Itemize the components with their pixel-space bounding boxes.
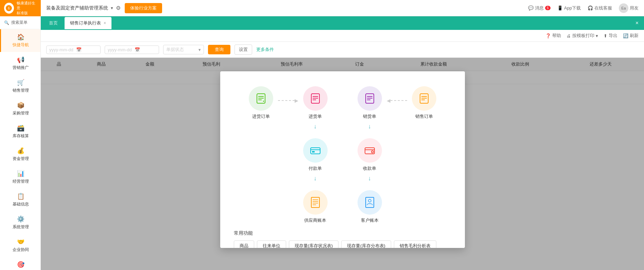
phone-icon: 📱	[557, 5, 563, 11]
help-button[interactable]: ❓ 帮助	[545, 33, 561, 39]
flow-sale-order[interactable]: 销售订单	[397, 82, 451, 134]
purchase-order-label: 进货订单	[252, 113, 270, 120]
arrow-left-1: ◀	[387, 98, 407, 103]
svg-text:6: 6	[8, 6, 10, 10]
purchase-order-circle	[249, 86, 273, 111]
headset-icon: 🎧	[588, 5, 593, 11]
user-avatar: Ea	[619, 3, 628, 13]
more-conditions-link[interactable]: 更多条件	[256, 47, 274, 53]
sidebar-item-newuser[interactable]: 🎯 新手引导	[0, 257, 40, 270]
sidebar-item-sales[interactable]: 🛒 销售管理	[0, 75, 40, 97]
customer-account-label: 客户账本	[361, 217, 379, 223]
flow-customer-account[interactable]: 客户账本	[343, 186, 397, 228]
page-toolbar: ❓ 帮助 🖨 按模板打印 ▾ ⬆ 导出 🔄 刷新	[41, 30, 644, 42]
flow-receipt[interactable]: 收款单 ↓	[343, 134, 397, 186]
refresh-icon: 🔄	[623, 33, 628, 38]
flow-payment[interactable]: 付款单 ↓	[288, 134, 343, 186]
sale-order-circle	[412, 86, 436, 111]
sidebar-item-basic[interactable]: 📋 基础信息	[0, 188, 40, 211]
arrow-down-4: ↓	[368, 175, 371, 182]
sidebar-item-purchase[interactable]: 📦 采购管理	[0, 97, 40, 120]
payment-label: 付款单	[309, 165, 322, 172]
calendar-icon-2: 📅	[135, 47, 140, 52]
tab-close-icon[interactable]: ×	[104, 21, 106, 25]
print-icon: 🖨	[567, 33, 571, 38]
content-area: 首页 销售订单执行表 × × ❓ 帮助 🖨 按模板打印 ▾ ⬆ 导出	[41, 16, 644, 270]
purchase-icon: 📦	[17, 102, 24, 109]
sales-icon: 🛒	[17, 79, 24, 86]
logo-text: 畅康通好生意 标准版	[17, 1, 37, 15]
logo-area: 6 畅康通好生意 标准版	[0, 0, 41, 16]
arrow-down-3: ↓	[314, 175, 317, 182]
func-units[interactable]: 往来单位	[257, 240, 286, 248]
help-icon: ❓	[545, 33, 551, 38]
message-item[interactable]: 💬 消息 6	[528, 5, 551, 11]
logo-icon: 6	[4, 3, 14, 14]
table-container: 品 商品 金额 预估毛利 预估毛利率 订金 累计收款金额 收款比例 还差多少天 …	[41, 58, 644, 270]
status-select[interactable]: 单据状态 ▾	[163, 45, 204, 54]
home-icon: 🏠	[17, 33, 24, 41]
supplier-account-label: 供应商账本	[304, 217, 326, 223]
tab-home[interactable]: 首页	[43, 16, 63, 30]
flow-purchase-order[interactable]: 进货订单 ▶	[234, 82, 288, 134]
filter-bar: yyyy-mm-dd 📅 yyyy-mm-dd 📅 单据状态 ▾ 查询 设置 更…	[41, 42, 644, 58]
sidebar-item-system[interactable]: ⚙️ 系统管理	[0, 211, 40, 234]
system-icon: ⚙️	[17, 215, 24, 223]
svg-rect-20	[312, 151, 315, 152]
func-inventory-dist[interactable]: 现存量(库存分布表)	[341, 240, 391, 248]
flow-sale-bill[interactable]: 销货单 ◀ ↓	[343, 82, 397, 134]
app-download-item[interactable]: 📱 App下载	[557, 5, 581, 11]
search-icon: 🔍	[4, 20, 9, 25]
sidebar-item-enterprise[interactable]: 🤝 企业协同	[0, 234, 40, 257]
func-sales-margin[interactable]: 销售毛利分析表	[394, 240, 436, 248]
svg-point-30	[368, 199, 371, 202]
flow-empty-r2c4	[397, 134, 451, 186]
supplier-account-circle	[303, 190, 328, 215]
sidebar-item-finance[interactable]: 💰 资金管理	[0, 143, 40, 166]
inventory-icon: 🗃️	[17, 124, 24, 132]
func-inventory-status[interactable]: 现存量(库存状况表)	[289, 240, 339, 248]
print-button[interactable]: 🖨 按模板打印 ▾	[567, 33, 598, 39]
date-to-input[interactable]: yyyy-mm-dd 📅	[105, 46, 159, 54]
payment-circle	[303, 138, 328, 163]
refresh-button[interactable]: 🔄 刷新	[623, 33, 639, 39]
flow-supplier-account[interactable]: 供应商账本	[288, 186, 343, 228]
sidebar-item-operation[interactable]: 📊 经营管理	[0, 166, 40, 188]
experience-button[interactable]: 体验行业方案	[125, 3, 162, 13]
flow-purchase-bill[interactable]: 进货单 ↓	[288, 82, 343, 134]
modal-overlay[interactable]: 进货订单 ▶	[41, 58, 644, 270]
sidebar: 🔍 搜索菜单 🏠 快捷导航 📢 营销推广 🛒 销售管理 📦 采购管理 🗃️ 库存…	[0, 16, 41, 270]
query-button[interactable]: 查询	[208, 45, 230, 54]
search-menu[interactable]: 🔍 搜索菜单	[0, 16, 40, 29]
set-button[interactable]: 设置	[234, 44, 252, 55]
receipt-label: 收款单	[363, 165, 376, 172]
marketing-icon: 📢	[17, 56, 24, 64]
tab-sales-order[interactable]: 销售订单执行表 ×	[65, 17, 111, 29]
dropdown-icon[interactable]: ▾	[111, 5, 113, 11]
svg-rect-24	[311, 197, 319, 208]
online-service-item[interactable]: 🎧 在线客服	[588, 5, 612, 11]
print-dropdown-icon[interactable]: ▾	[596, 33, 598, 38]
modal-body: 进货订单 ▶	[220, 71, 465, 248]
calendar-icon: 📅	[76, 47, 82, 52]
export-button[interactable]: ⬆ 导出	[604, 33, 617, 39]
user-item[interactable]: Ea 用友	[619, 3, 639, 13]
flow-chart: 进货订单 ▶	[234, 82, 451, 228]
header-right: 💬 消息 6 📱 App下载 🎧 在线客服 Ea 用友	[528, 3, 639, 13]
sale-bill-circle	[358, 86, 382, 111]
message-badge: 6	[545, 6, 551, 10]
sale-order-label: 销售订单	[415, 113, 433, 120]
newuser-icon: 🎯	[17, 261, 24, 268]
sidebar-item-marketing[interactable]: 📢 营销推广	[0, 52, 40, 75]
tab-bar: 首页 销售订单执行表 × ×	[41, 16, 644, 30]
purchase-bill-circle	[303, 86, 328, 111]
sidebar-item-quick-nav[interactable]: 🏠 快捷导航	[0, 29, 40, 52]
system-title: 装备及固定资产辅助管理系统	[46, 5, 108, 11]
date-from-input[interactable]: yyyy-mm-dd 📅	[46, 46, 101, 54]
sidebar-item-inventory[interactable]: 🗃️ 库存核算	[0, 120, 40, 143]
settings-icon[interactable]: ⚙	[116, 5, 121, 11]
window-close-icon[interactable]: ×	[633, 20, 641, 26]
common-functions: 常用功能 商品 往来单位 现存量(库存状况表) 现存量(库存分布表) 销售毛利分…	[234, 230, 451, 248]
arrow-down-1: ↓	[314, 123, 317, 130]
func-goods[interactable]: 商品	[234, 240, 254, 248]
